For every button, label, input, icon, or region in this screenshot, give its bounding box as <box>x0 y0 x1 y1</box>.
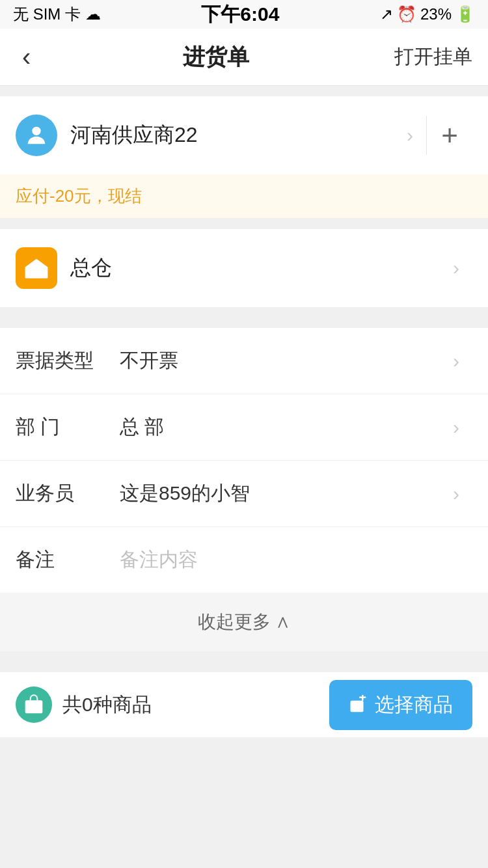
battery-icon: 🔋 <box>455 5 475 23</box>
remark-input[interactable]: 备注内容 <box>107 547 472 573</box>
product-count-label: 共0种商品 <box>62 692 329 718</box>
nav-bar: ‹ 进货单 打开挂单 <box>0 29 488 86</box>
warehouse-icon <box>24 256 49 280</box>
status-left: 无 SIM 卡 ☁ <box>13 4 101 25</box>
salesperson-chevron-icon: › <box>453 483 459 505</box>
collapse-button[interactable]: 收起更多 ∧ <box>0 593 488 651</box>
form-row-invoice[interactable]: 票据类型 不开票 › <box>0 328 488 394</box>
department-label: 部 门 <box>16 414 107 441</box>
remark-label: 备注 <box>16 547 107 573</box>
form-row-department[interactable]: 部 门 总 部 › <box>0 394 488 461</box>
supplier-name: 河南供应商22 <box>70 121 407 150</box>
invoice-chevron-icon: › <box>453 350 459 372</box>
supplier-row[interactable]: 河南供应商22 › <box>16 96 426 174</box>
add-product-icon <box>349 695 368 714</box>
svg-point-0 <box>32 127 40 135</box>
location-icon: ↗ <box>380 5 393 23</box>
warehouse-chevron-icon: › <box>453 257 459 279</box>
alarm-icon: ⏰ <box>397 5 416 23</box>
department-value: 总 部 <box>107 414 453 441</box>
notice-bar: 应付-20元，现结 <box>0 174 488 218</box>
product-icon-wrap <box>16 686 52 723</box>
svg-rect-2 <box>25 700 43 713</box>
form-section: 票据类型 不开票 › 部 门 总 部 › 业务员 这是859的小智 › 备注 备… <box>0 328 488 593</box>
warehouse-name: 总仓 <box>70 254 453 282</box>
select-product-label: 选择商品 <box>375 692 453 718</box>
supplier-avatar <box>16 115 57 156</box>
supplier-section: 河南供应商22 › + <box>0 96 488 174</box>
person-icon <box>23 122 49 148</box>
form-row-remark[interactable]: 备注 备注内容 <box>0 527 488 593</box>
salesperson-value: 这是859的小智 <box>107 480 453 507</box>
bottom-bar: 共0种商品 选择商品 <box>0 672 488 737</box>
form-row-salesperson[interactable]: 业务员 这是859的小智 › <box>0 461 488 527</box>
battery-level: 23% <box>420 5 452 23</box>
status-bar: 无 SIM 卡 ☁ 下午6:04 ↗ ⏰ 23% 🔋 <box>0 0 488 29</box>
salesperson-label: 业务员 <box>16 480 107 507</box>
back-button[interactable]: ‹ <box>16 36 37 78</box>
warehouse-icon-wrap <box>16 247 57 289</box>
sim-status: 无 SIM 卡 ☁ <box>13 4 101 25</box>
open-pending-button[interactable]: 打开挂单 <box>394 44 472 70</box>
status-time: 下午6:04 <box>201 1 279 28</box>
section-divider-2 <box>0 218 488 228</box>
warehouse-section[interactable]: 总仓 › <box>0 229 488 307</box>
status-right: ↗ ⏰ 23% 🔋 <box>380 5 475 23</box>
page-title: 进货单 <box>183 42 249 72</box>
select-product-button[interactable]: 选择商品 <box>329 680 472 730</box>
department-chevron-icon: › <box>453 416 459 439</box>
invoice-value: 不开票 <box>107 347 453 374</box>
invoice-label: 票据类型 <box>16 347 107 374</box>
chevron-right-icon: › <box>407 124 413 146</box>
svg-rect-1 <box>33 268 40 277</box>
section-divider-3 <box>0 307 488 318</box>
add-supplier-button[interactable]: + <box>427 113 472 158</box>
section-divider-4 <box>0 651 488 662</box>
warehouse-row[interactable]: 总仓 › <box>16 229 472 307</box>
section-divider-1 <box>0 86 488 96</box>
shopping-bag-icon <box>23 694 44 715</box>
